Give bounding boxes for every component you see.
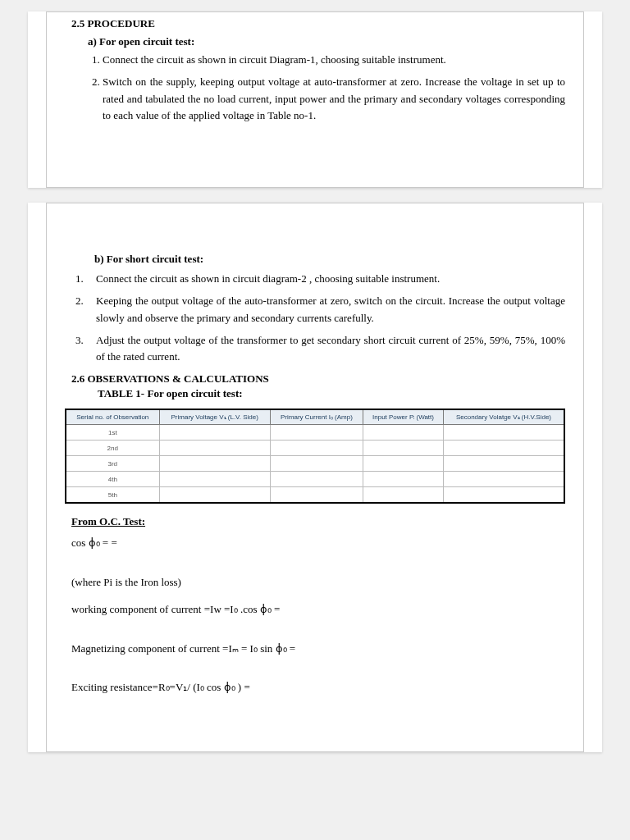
- cell-serial: 4th: [66, 472, 159, 487]
- page-1: 2.5 PROCEDURE a) For open circuit test: …: [28, 11, 602, 188]
- subsection-b-label: b) For short circuit test:: [94, 253, 565, 266]
- page-2-content: b) For short circuit test: Connect the c…: [46, 203, 584, 751]
- cell-serial: 2nd: [66, 441, 159, 456]
- table-header-row: Serial no. of Observation Primary Voltag…: [66, 409, 564, 425]
- cell: [443, 487, 564, 504]
- cell: [270, 441, 363, 456]
- list-a: Connect the circuit as shown in circuit …: [88, 52, 565, 125]
- equation-r0: Exciting resistance=R₀=V₁/ (I₀ cos ϕ₀ ) …: [71, 679, 565, 696]
- table-row: 3rd: [66, 456, 564, 472]
- table1-label-rest: For open circuit test:: [147, 387, 242, 399]
- cell: [443, 472, 564, 487]
- list-b-item-3: Adjust the output voltage of the transfo…: [86, 332, 565, 367]
- cell: [363, 456, 444, 472]
- procedure-heading: 2.5 PROCEDURE: [71, 17, 565, 30]
- equation-im: Magnetizing component of current =Iₘ = I…: [71, 641, 565, 657]
- table-row: 2nd: [66, 441, 564, 456]
- table1-label: TABLE 1- For open circuit test:: [98, 387, 565, 400]
- list-a-item-2: Switch on the supply, keeping output vol…: [103, 74, 565, 125]
- th-serial: Serial no. of Observation: [66, 409, 159, 425]
- cell: [443, 425, 564, 441]
- cell: [270, 472, 363, 487]
- list-b-item-2: Keeping the output voltage of the auto-t…: [86, 293, 565, 327]
- th-v1: Primary Voltage V₁ (L.V. Side): [159, 409, 270, 425]
- cell: [443, 441, 564, 456]
- cell: [270, 456, 363, 472]
- cell: [363, 487, 444, 504]
- cell: [270, 487, 363, 504]
- table-row: 5th: [66, 487, 564, 504]
- cell: [270, 425, 363, 441]
- cell: [159, 472, 270, 487]
- cell-serial: 3rd: [66, 456, 159, 472]
- cell: [363, 441, 444, 456]
- cell: [443, 456, 564, 472]
- table1-label-bold: TABLE 1-: [98, 387, 147, 399]
- page-1-content: 2.5 PROCEDURE a) For open circuit test: …: [46, 11, 584, 188]
- cell: [363, 425, 444, 441]
- cell: [159, 487, 270, 504]
- cell: [159, 425, 270, 441]
- list-b-item-1: Connect the circuit as shown in circuit …: [86, 271, 565, 288]
- th-v2: Secondary Volatge V₂ (H.V.Side): [443, 409, 564, 425]
- cell-serial: 5th: [66, 487, 159, 504]
- cell-serial: 1st: [66, 425, 159, 441]
- equation-cos-phi: cos ϕ₀ = =: [71, 535, 565, 551]
- page-2: b) For short circuit test: Connect the c…: [28, 203, 602, 751]
- table-1: Serial no. of Observation Primary Voltag…: [65, 409, 565, 504]
- cell: [159, 456, 270, 472]
- list-a-item-1: Connect the circuit as shown in circuit …: [103, 52, 565, 69]
- observations-heading: 2.6 OBSERVATIONS & CALCULATIONS: [71, 372, 565, 386]
- th-pi: Input Power Pᵢ (Watt): [363, 409, 444, 425]
- equation-iw: working component of current =Iw =I₀ .co…: [71, 601, 565, 618]
- list-b: Connect the circuit as shown in circuit …: [71, 271, 565, 366]
- th-i0: Primary Current I₀ (Amp): [270, 409, 363, 425]
- equation-note: (where Pi is the Iron loss): [71, 574, 565, 591]
- table-row: 4th: [66, 472, 564, 487]
- cell: [159, 441, 270, 456]
- table-row: 1st: [66, 425, 564, 441]
- from-oc-test: From O.C. Test:: [71, 515, 565, 528]
- subsection-a-label: a) For open circuit test:: [88, 35, 565, 48]
- cell: [363, 472, 444, 487]
